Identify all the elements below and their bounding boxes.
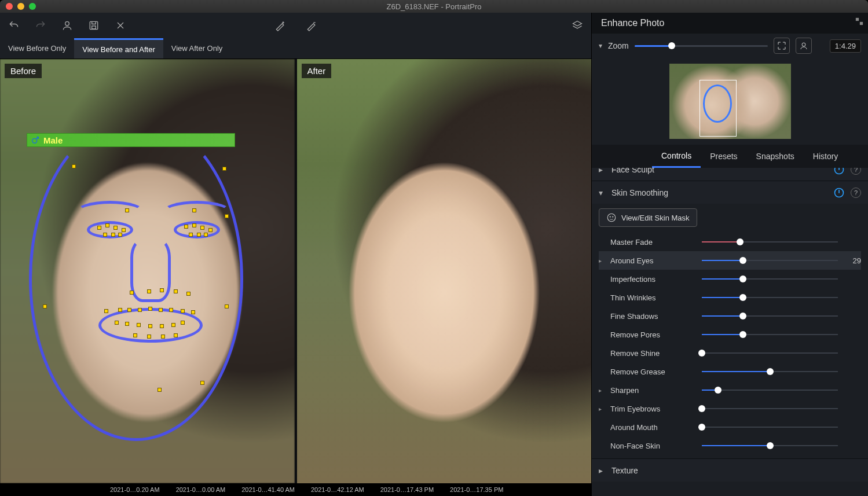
slider-remove_grease[interactable]: Remove Grease xyxy=(599,362,861,381)
canvas[interactable]: Before Male Aft xyxy=(0,59,591,483)
svg-point-10 xyxy=(610,216,611,217)
eye-right[interactable] xyxy=(174,221,220,238)
section-texture[interactable]: ▸ Texture xyxy=(592,458,868,482)
fit-face-icon[interactable] xyxy=(796,38,812,54)
nose-outline[interactable] xyxy=(130,238,171,302)
slider-track[interactable] xyxy=(702,310,838,322)
chevron-down-icon[interactable]: ▾ xyxy=(599,42,602,50)
slider-track[interactable] xyxy=(702,236,838,248)
save-icon[interactable] xyxy=(87,19,101,32)
brush-add-icon[interactable] xyxy=(273,19,287,32)
zoom-slider[interactable] xyxy=(635,40,768,52)
subtab-presets[interactable]: Presets xyxy=(701,145,746,168)
slider-track[interactable] xyxy=(702,403,838,414)
slider-track[interactable] xyxy=(702,421,838,433)
slider-track[interactable] xyxy=(702,273,838,285)
subtab-history[interactable]: History xyxy=(804,145,848,168)
power-icon[interactable] xyxy=(833,168,845,175)
chevron-right-icon[interactable]: ▸ xyxy=(599,387,605,394)
sidebar-header: Enhance Photo xyxy=(592,13,868,34)
before-label: Before xyxy=(5,64,42,78)
slider-trim_eyebrows[interactable]: ▸Trim Eyebrows xyxy=(599,399,861,418)
tab-view-after-only[interactable]: View After Only xyxy=(163,38,231,58)
person-icon[interactable] xyxy=(60,19,74,32)
subtab-controls[interactable]: Controls xyxy=(652,145,701,168)
slider-track[interactable] xyxy=(702,366,838,377)
slider-around_mouth[interactable]: Around Mouth xyxy=(599,418,861,436)
after-label: After xyxy=(302,64,332,78)
svg-point-6 xyxy=(802,43,805,46)
timestamp: 2021-0…41.40 AM xyxy=(241,486,295,493)
slider-thin_wrinkles[interactable]: Thin Wrinkles xyxy=(599,288,861,307)
slider-track[interactable] xyxy=(702,292,838,303)
slider-track[interactable] xyxy=(702,255,838,266)
slider-value: 29 xyxy=(844,256,861,265)
slider-label: Remove Grease xyxy=(610,368,696,376)
slider-label: Remove Shine xyxy=(610,349,696,358)
power-icon[interactable] xyxy=(833,187,845,199)
app-root: View Before Only View Before and After V… xyxy=(0,13,868,496)
view-edit-skin-mask-button[interactable]: View/Edit Skin Mask xyxy=(599,208,697,227)
photo-after xyxy=(297,59,592,483)
help-icon[interactable]: ? xyxy=(851,168,861,175)
timestamps-strip: 2021-0…0.20 AM2021-0…0.00 AM2021-0…41.40… xyxy=(0,483,591,496)
slider-around_eyes[interactable]: ▸Around Eyes29 xyxy=(599,251,861,270)
tab-view-before-only[interactable]: View Before Only xyxy=(0,38,74,58)
slider-non_face_skin[interactable]: Non-Face Skin xyxy=(599,436,861,455)
eyebrow-right[interactable] xyxy=(162,201,232,224)
svg-rect-1 xyxy=(90,21,97,29)
chevron-right-icon[interactable]: ▸ xyxy=(599,406,605,412)
close-icon[interactable] xyxy=(113,19,127,32)
fit-screen-icon[interactable] xyxy=(774,38,790,54)
section-face-sculpt[interactable]: ▸ Face Sculpt ? xyxy=(592,168,868,181)
navigator-thumbnail[interactable] xyxy=(592,58,868,145)
slider-track[interactable] xyxy=(702,384,838,396)
svg-point-11 xyxy=(612,216,613,217)
sidebar-subtabs: Controls Presets Snapshots History xyxy=(592,145,868,168)
mouth-outline[interactable] xyxy=(98,308,203,343)
slider-label: Fine Shadows xyxy=(610,312,696,321)
slider-label: Remove Pores xyxy=(610,330,696,339)
slider-fine_shadows[interactable]: Fine Shadows xyxy=(599,307,861,325)
male-icon xyxy=(31,135,40,145)
svg-point-0 xyxy=(65,21,69,25)
eyebrow-left[interactable] xyxy=(75,201,145,224)
timestamp: 2021-0…17.35 PM xyxy=(450,486,503,493)
help-icon[interactable]: ? xyxy=(851,188,861,198)
undo-icon[interactable] xyxy=(7,19,21,32)
pane-after: After xyxy=(295,59,592,483)
eye-left[interactable] xyxy=(87,221,133,238)
macos-titlebar: Z6D_6183.NEF - PortraitPro xyxy=(0,0,868,13)
mask-icon xyxy=(606,212,617,223)
zoom-label: Zoom xyxy=(608,41,629,50)
slider-remove_shine[interactable]: Remove Shine xyxy=(599,344,861,362)
zoom-value[interactable]: 1:4.29 xyxy=(830,39,861,53)
subtab-snapshots[interactable]: Snapshots xyxy=(747,145,804,168)
gender-tag-label: Male xyxy=(43,135,63,145)
timestamp: 2021-0…42.12 AM xyxy=(311,486,364,493)
svg-rect-5 xyxy=(860,22,863,25)
slider-track[interactable] xyxy=(702,329,838,340)
brush-remove-icon[interactable] xyxy=(305,19,318,32)
slider-label: Imperfections xyxy=(610,275,696,284)
sidebar-title: Enhance Photo xyxy=(601,18,664,28)
main-toolbar xyxy=(0,13,591,38)
detach-icon[interactable] xyxy=(855,17,863,25)
svg-rect-2 xyxy=(92,26,96,29)
view-tabs: View Before Only View Before and After V… xyxy=(0,38,591,59)
redo-icon[interactable] xyxy=(34,19,47,32)
slider-imperfections[interactable]: Imperfections xyxy=(599,270,861,288)
layers-icon[interactable] xyxy=(570,19,584,32)
chevron-right-icon[interactable]: ▸ xyxy=(599,258,605,264)
slider-track[interactable] xyxy=(702,440,838,451)
tab-view-before-after[interactable]: View Before and After xyxy=(74,38,163,58)
slider-master_fade[interactable]: Master Fade xyxy=(599,233,861,251)
slider-sharpen[interactable]: ▸Sharpen xyxy=(599,381,861,399)
skin-smoothing-body: View/Edit Skin Mask Master Fade▸Around E… xyxy=(592,204,868,458)
svg-point-9 xyxy=(607,214,616,222)
slider-remove_pores[interactable]: Remove Pores xyxy=(599,325,861,344)
section-skin-smoothing[interactable]: ▾ Skin Smoothing ? xyxy=(592,181,868,204)
sidebar: Enhance Photo ▾ Zoom 1:4.29 Controls xyxy=(591,13,868,496)
slider-track[interactable] xyxy=(702,347,838,359)
controls-panel[interactable]: ▸ Face Sculpt ? ▾ Skin Smoothing ? View/… xyxy=(592,168,868,496)
